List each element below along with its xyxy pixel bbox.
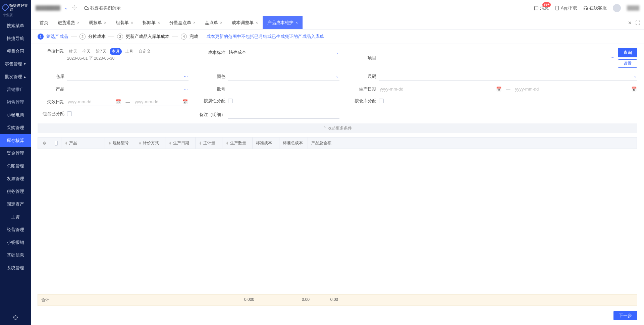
close-icon[interactable]: ✕ — [628, 20, 632, 25]
ellipsis-icon[interactable]: ⋯ — [610, 55, 614, 60]
product-input[interactable]: ⋯ — [67, 85, 189, 93]
sidebar-item-19[interactable]: 系统管理 — [0, 262, 31, 274]
tab-close-icon[interactable]: × — [256, 20, 258, 25]
col-header-8[interactable]: 产品总金额 — [308, 138, 637, 149]
by-warehouse-checkbox[interactable] — [379, 99, 384, 103]
tab-8[interactable]: 产品成本维护× — [263, 16, 303, 29]
sort-icon[interactable]: ▲▼ — [65, 142, 68, 145]
sort-icon[interactable]: ▲▼ — [139, 142, 142, 145]
remark-input[interactable] — [228, 111, 339, 119]
sidebar-item-0[interactable]: 搜索菜单 — [0, 19, 31, 32]
tab-1[interactable]: 进货退货× — [53, 16, 84, 29]
expiry-date-to[interactable]: yyyy-mm-dd 📅 — [134, 98, 189, 106]
tab-close-icon[interactable]: × — [77, 20, 79, 25]
step-num-0[interactable]: 1 — [38, 34, 44, 40]
tab-7[interactable]: 成本调整单× — [227, 16, 263, 29]
sort-icon[interactable]: ▲▼ — [108, 142, 111, 145]
batch-input[interactable] — [228, 85, 339, 93]
gear-icon[interactable] — [72, 5, 77, 11]
tab-0[interactable]: 首页 — [35, 16, 53, 29]
sidebar-item-16[interactable]: 经营管理 — [0, 223, 31, 236]
cost-standard-select[interactable]: 结存成本 ⌄ — [228, 48, 339, 57]
calendar-icon[interactable]: 📅 — [631, 87, 637, 92]
select-all-checkbox[interactable] — [55, 141, 58, 146]
sidebar-item-12[interactable]: 发票管理 — [0, 172, 31, 185]
step-num-2[interactable]: 3 — [117, 34, 123, 40]
col-header-7[interactable]: 标准总成本 — [279, 138, 308, 149]
sidebar-item-13[interactable]: 税务管理 — [0, 185, 31, 198]
sidebar-item-4[interactable]: 批发管理▲ — [0, 70, 31, 83]
date-chip-5[interactable]: 自定义 — [137, 48, 153, 55]
col-header-1[interactable]: ▲▼规格型号 — [105, 138, 135, 149]
tab-2[interactable]: 调拨单× — [84, 16, 111, 29]
sidebar-item-15[interactable]: 工资 — [0, 211, 31, 223]
next-button[interactable]: 下一步 — [613, 311, 637, 320]
col-header-6[interactable]: 标准成本 — [253, 138, 279, 149]
date-chip-1[interactable]: 今天 — [80, 48, 93, 55]
sidebar-settings-icon[interactable] — [0, 311, 31, 325]
chevron-down-icon[interactable]: ⌄ — [64, 5, 68, 10]
tab-close-icon[interactable]: × — [220, 20, 222, 25]
warehouse-input[interactable]: ⋯ — [67, 72, 189, 80]
demo-link[interactable]: 我要看实例演示 — [84, 5, 121, 11]
sidebar-item-7[interactable]: 小畅电商 — [0, 109, 31, 121]
tab-close-icon[interactable]: × — [158, 20, 160, 25]
fullscreen-icon[interactable]: ⛶ — [635, 20, 640, 25]
prod-date-from[interactable]: yyyy-mm-dd 📅 — [379, 85, 502, 93]
include-alloc-checkbox[interactable] — [67, 111, 72, 116]
sidebar-item-8[interactable]: 采购管理 — [0, 121, 31, 134]
tab-6[interactable]: 盘点单× — [200, 16, 227, 29]
color-select[interactable]: ⌄ — [228, 72, 339, 80]
tab-5[interactable]: 分量盘点单× — [165, 16, 200, 29]
col-header-0[interactable]: ▲▼产品 — [61, 138, 105, 149]
sidebar-item-14[interactable]: 固定资产 — [0, 198, 31, 211]
col-header-2[interactable]: ▲▼计价方式 — [135, 138, 165, 149]
sidebar-item-11[interactable]: 总账管理 — [0, 160, 31, 172]
username[interactable]: ████ — [627, 5, 639, 10]
collapse-filter-button[interactable]: ⌃ 收起更多条件 — [38, 123, 637, 133]
prod-date-to[interactable]: yyyy-mm-dd 📅 — [515, 85, 638, 93]
sidebar-item-10[interactable]: 资金管理 — [0, 147, 31, 160]
date-chip-0[interactable]: 昨天 — [67, 48, 79, 55]
table-settings-icon[interactable]: ⚙ — [38, 138, 51, 149]
tab-3[interactable]: 组装单× — [111, 16, 138, 29]
size-select[interactable]: ⌄ — [379, 72, 637, 80]
sort-icon[interactable]: ▲▼ — [199, 142, 202, 145]
company-selector[interactable]: ████████ — [36, 5, 60, 10]
avatar[interactable] — [613, 4, 621, 12]
tab-close-icon[interactable]: × — [296, 20, 298, 25]
col-header-4[interactable]: ▲▼主计量 — [196, 138, 222, 149]
sidebar-item-18[interactable]: 基础信息 — [0, 249, 31, 262]
col-header-3[interactable]: ▲▼生产日期 — [165, 138, 196, 149]
date-chip-2[interactable]: 近7天 — [94, 48, 108, 55]
tab-close-icon[interactable]: × — [131, 20, 133, 25]
ellipsis-icon[interactable]: ⋯ — [184, 87, 188, 92]
tab-4[interactable]: 拆卸单× — [138, 16, 165, 29]
settings-button[interactable]: 设置 — [618, 59, 637, 68]
sidebar-item-5[interactable]: 营销推广 — [0, 83, 31, 96]
sort-icon[interactable]: ▲▼ — [169, 142, 172, 145]
sort-icon[interactable]: ▲▼ — [226, 142, 229, 145]
sidebar-item-17[interactable]: 小畅报销 — [0, 236, 31, 249]
tab-close-icon[interactable]: × — [104, 20, 106, 25]
date-chip-3[interactable]: 本月 — [110, 48, 122, 55]
customer-service-button[interactable]: 在线客服 — [583, 5, 607, 11]
step-num-1[interactable]: 2 — [79, 34, 86, 40]
calendar-icon[interactable]: 📅 — [116, 99, 121, 104]
app-download-button[interactable]: App下载 — [555, 5, 577, 11]
col-header-5[interactable]: ▲▼生产数量 — [222, 138, 253, 149]
expiry-date-from[interactable]: yyyy-mm-dd 📅 — [67, 98, 122, 106]
date-chip-4[interactable]: 上月 — [123, 48, 135, 55]
query-button[interactable]: 查询 — [618, 48, 637, 57]
project-input[interactable]: ⋯ — [379, 54, 615, 62]
sidebar-item-1[interactable]: 快捷导航 — [0, 32, 31, 45]
calendar-icon[interactable]: 📅 — [182, 99, 188, 104]
calendar-icon[interactable]: 📅 — [496, 87, 501, 92]
step-num-3[interactable]: 4 — [181, 34, 187, 40]
by-attr-checkbox[interactable] — [228, 99, 233, 103]
messages-button[interactable]: 消息 99+ — [534, 5, 549, 11]
sidebar-item-3[interactable]: 零售管理▼ — [0, 58, 31, 70]
sidebar-item-2[interactable]: 项目合同 — [0, 45, 31, 58]
tab-close-icon[interactable]: × — [193, 20, 196, 25]
ellipsis-icon[interactable]: ⋯ — [184, 74, 188, 79]
